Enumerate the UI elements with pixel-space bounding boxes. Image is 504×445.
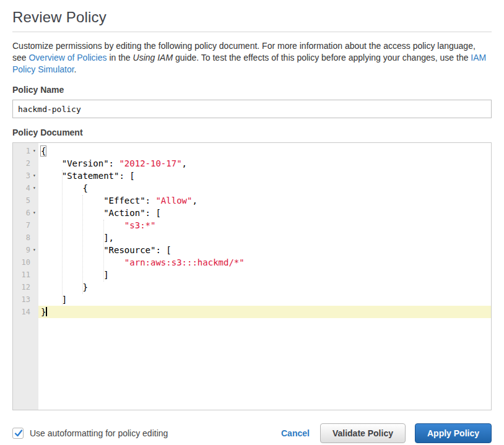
editor-line[interactable]: 14} [13, 306, 491, 318]
code-token [41, 257, 124, 267]
intro-text-4: . [74, 64, 77, 74]
editor-line[interactable]: 4▾ { [13, 182, 491, 194]
line-number: 8 [13, 231, 30, 244]
code-token: "Effect": [41, 196, 155, 205]
line-number: 1 [13, 145, 30, 157]
policy-name-input[interactable] [12, 100, 492, 118]
gutter-cell[interactable]: 3▾ [13, 170, 38, 182]
line-number: 10 [13, 256, 30, 269]
policy-editor[interactable]: 1▾{2 "Version": "2012-10-17",3▾ "Stateme… [12, 142, 492, 410]
code-line[interactable]: "Statement": [ [38, 170, 491, 182]
editor-line[interactable]: 13 ] [13, 293, 491, 306]
gutter-cell: 11 [13, 269, 38, 281]
policy-name-label: Policy Name [12, 85, 492, 95]
code-token: "Action": [ [41, 208, 161, 218]
code-token: } [41, 307, 46, 317]
line-number: 14 [13, 306, 30, 318]
code-line[interactable]: "Resource": [ [38, 244, 491, 256]
editor-line[interactable]: 11 ] [13, 269, 491, 281]
gutter-cell[interactable]: 4▾ [13, 182, 38, 194]
editor-line[interactable]: 10 "arn:aws:s3:::hackmd/*" [13, 256, 491, 269]
line-number: 2 [13, 157, 30, 170]
editor-line[interactable]: 9▾ "Resource": [ [13, 244, 491, 256]
code-line[interactable]: } [38, 306, 491, 318]
gutter-cell: 12 [13, 281, 38, 293]
string-token: "arn:aws:s3:::hackmd/*" [124, 257, 245, 267]
code-token: , [192, 196, 197, 205]
gutter-cell[interactable]: 1▾ [13, 145, 38, 157]
code-line[interactable]: "arn:aws:s3:::hackmd/*" [38, 256, 491, 269]
code-line[interactable]: } [38, 281, 491, 293]
gutter-cell[interactable]: 6▾ [13, 207, 38, 219]
gutter-cell: 2 [13, 157, 38, 170]
editor-line[interactable]: 5 "Effect": "Allow", [13, 194, 491, 207]
overview-of-policies-link[interactable]: Overview of Policies [28, 53, 106, 63]
apply-policy-button[interactable]: Apply Policy [415, 423, 492, 443]
code-token: ] [41, 295, 67, 305]
code-token: , [182, 158, 187, 168]
fold-arrow-icon[interactable]: ▾ [30, 170, 38, 182]
title-divider [12, 32, 492, 32]
page-title: Review Policy [12, 9, 492, 26]
intro-text-2: in the [107, 53, 133, 63]
code-line[interactable]: { [38, 182, 491, 194]
string-token: "Allow" [155, 196, 192, 205]
fold-arrow-icon[interactable]: ▾ [30, 207, 38, 219]
line-number: 3 [13, 170, 30, 182]
gutter-cell: 7 [13, 219, 38, 231]
editor-line[interactable]: 8 ], [13, 231, 491, 244]
code-line[interactable]: "Action": [ [38, 207, 491, 219]
code-token: { [41, 183, 88, 193]
editor-line[interactable]: 3▾ "Statement": [ [13, 170, 491, 182]
footer-bar: Use autoformatting for policy editing Ca… [12, 423, 492, 443]
line-number: 12 [13, 281, 30, 293]
editor-line[interactable]: 7 "s3:*" [13, 219, 491, 231]
line-number: 11 [13, 269, 30, 281]
line-number: 6 [13, 207, 30, 219]
autoformat-checkbox[interactable] [12, 428, 24, 439]
fold-arrow-icon[interactable]: ▾ [30, 145, 38, 157]
cancel-link[interactable]: Cancel [281, 428, 310, 438]
code-token: ], [41, 233, 114, 243]
line-number: 7 [13, 219, 30, 231]
gutter-cell: 14 [13, 306, 38, 318]
line-number: 4 [13, 182, 30, 194]
code-line[interactable]: ] [38, 269, 491, 281]
editor-line[interactable]: 1▾{ [13, 145, 491, 157]
autoformat-label: Use autoformatting for policy editing [30, 428, 168, 438]
code-line[interactable]: "Version": "2012-10-17", [38, 157, 491, 170]
code-line[interactable]: ] [38, 293, 491, 306]
code-token: "Version": [41, 158, 119, 168]
editor-line[interactable]: 12 } [13, 281, 491, 293]
code-token: { [41, 146, 46, 156]
line-number: 13 [13, 293, 30, 306]
code-token: } [41, 282, 88, 292]
gutter-cell[interactable]: 9▾ [13, 244, 38, 256]
editor-lines[interactable]: 1▾{2 "Version": "2012-10-17",3▾ "Stateme… [13, 143, 491, 318]
code-token: ] [41, 270, 109, 280]
fold-arrow-icon[interactable]: ▾ [30, 182, 38, 194]
code-line[interactable]: "s3:*" [38, 219, 491, 231]
intro-text-3: guide. To test the effects of this polic… [173, 53, 471, 63]
gutter-cell: 5 [13, 194, 38, 207]
using-iam-guide-name: Using IAM [133, 53, 173, 63]
validate-policy-button[interactable]: Validate Policy [320, 423, 406, 443]
code-token [41, 220, 124, 230]
policy-document-label: Policy Document [12, 127, 492, 137]
code-line[interactable]: "Effect": "Allow", [38, 194, 491, 207]
intro-paragraph: Customize permissions by editing the fol… [12, 40, 492, 76]
text-cursor [46, 307, 47, 316]
line-number: 9 [13, 244, 30, 256]
string-token: "2012-10-17" [119, 158, 181, 168]
code-line[interactable]: { [38, 145, 491, 157]
gutter-cell: 8 [13, 231, 38, 244]
gutter-cell: 13 [13, 293, 38, 306]
checkmark-icon [14, 428, 24, 438]
fold-arrow-icon[interactable]: ▾ [30, 244, 38, 256]
editor-line[interactable]: 6▾ "Action": [ [13, 207, 491, 219]
code-line[interactable]: ], [38, 231, 491, 244]
code-token: "Resource": [ [41, 245, 172, 255]
line-number: 5 [13, 194, 30, 207]
gutter-cell: 10 [13, 256, 38, 269]
editor-line[interactable]: 2 "Version": "2012-10-17", [13, 157, 491, 170]
